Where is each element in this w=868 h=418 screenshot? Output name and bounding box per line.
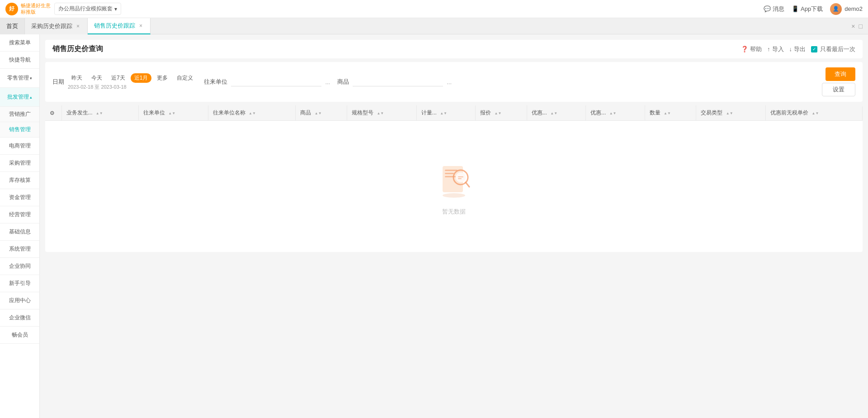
sidebar-item-operations[interactable]: 经营管理 — [0, 206, 39, 223]
logo-text: 畅捷通好生意 标推版 — [21, 3, 51, 14]
product-label: 商品 — [337, 78, 349, 86]
date-pill-custom[interactable]: 自定义 — [173, 73, 197, 83]
product-dots[interactable]: ... — [447, 79, 452, 86]
query-button[interactable]: 查询 — [826, 67, 855, 81]
table-col-quantity[interactable]: 数量 ▲▼ — [645, 105, 696, 121]
counterpart-dots[interactable]: ... — [325, 79, 330, 86]
page-title-bar: 销售历史价查询 ❓ 帮助 ↑ 导入 ↓ 导出 ✓ 只看最后一次 — [45, 40, 863, 58]
sidebar-item-system[interactable]: 系统管理 — [0, 241, 39, 258]
export-action[interactable]: ↓ 导出 — [789, 45, 806, 53]
tab-purchase-history-close[interactable]: × — [75, 23, 81, 30]
sort-arrows-trade-type: ▲▼ — [726, 112, 733, 115]
user-area[interactable]: 👤 demo2 — [830, 3, 863, 15]
table-col-counterpart-name[interactable]: 往来单位名称 ▲▼ — [208, 105, 296, 121]
filter-bar: 日期 昨天 今天 近7天 近1月 更多 自定义 2023-02-18 至 202… — [45, 62, 863, 102]
sidebar-item-sales-mgmt[interactable]: 销售管理 — [0, 122, 39, 138]
tab-close-all-icon[interactable]: × — [851, 23, 855, 30]
table-col-gear[interactable]: ⚙ — [45, 105, 61, 121]
top-header: 好 畅捷通好生意 标推版 办公用品行业模拟账套 ▾ 💬 消息 📱 App下载 👤… — [0, 0, 868, 18]
svg-rect-9 — [458, 178, 462, 179]
tab-bar-actions: × □ — [851, 23, 868, 30]
date-pill-today[interactable]: 今天 — [88, 73, 106, 83]
header-left: 好 畅捷通好生意 标推版 办公用品行业模拟账套 ▾ — [5, 3, 121, 15]
date-pill-last1month[interactable]: 近1月 — [131, 73, 152, 83]
download-icon: 📱 — [792, 5, 799, 12]
table-col-unit[interactable]: 计量... ▲▼ — [416, 105, 475, 121]
svg-rect-2 — [445, 170, 458, 171]
main-layout: 搜索菜单 快捷导航 零售管理 ▾ 批发管理 ▴ 营销推广 销售管理 电商管理 采… — [0, 34, 868, 418]
table-col-quote[interactable]: 报价 ▲▼ — [476, 105, 527, 121]
sidebar-item-wholesale-mgmt[interactable]: 批发管理 ▴ — [0, 88, 39, 107]
message-action[interactable]: 💬 消息 — [764, 5, 784, 13]
table-col-business-date[interactable]: 业务发生... ▲▼ — [61, 105, 138, 121]
sort-arrows-quote: ▲▼ — [495, 112, 502, 115]
counterpart-input[interactable] — [231, 77, 321, 86]
sidebar-item-member[interactable]: 畅会员 — [0, 327, 39, 344]
tab-sales-history-close[interactable]: × — [138, 22, 144, 29]
app-download-action[interactable]: 📱 App下载 — [792, 5, 823, 13]
message-icon: 💬 — [764, 5, 771, 12]
sidebar-item-basic-info[interactable]: 基础信息 — [0, 223, 39, 241]
sidebar-item-finance[interactable]: 资金管理 — [0, 189, 39, 206]
date-pill-yesterday[interactable]: 昨天 — [68, 73, 86, 83]
svg-point-0 — [443, 193, 465, 198]
tab-purchase-history[interactable]: 采购历史价跟踪 × — [25, 18, 88, 34]
svg-line-7 — [466, 182, 469, 187]
sidebar-item-beginner[interactable]: 新手引导 — [0, 275, 39, 292]
workspace-selector[interactable]: 办公用品行业模拟账套 ▾ — [54, 3, 121, 15]
help-action[interactable]: ❓ 帮助 — [741, 45, 762, 53]
sidebar-item-purchase[interactable]: 采购管理 — [0, 155, 39, 172]
table-header-row: ⚙ 业务发生... ▲▼ 往来单位 ▲▼ 往来单位名称 ▲▼ — [45, 105, 863, 121]
sort-arrows-counterpart: ▲▼ — [168, 112, 175, 115]
help-icon: ❓ — [741, 46, 748, 52]
only-last-checkbox[interactable]: ✓ — [811, 46, 817, 52]
chevron-down-icon: ▾ — [114, 6, 117, 12]
sidebar-item-enterprise-wechat[interactable]: 企业微信 — [0, 309, 39, 327]
empty-state-row: 暂无数据 — [45, 121, 863, 252]
sidebar-item-search-menu[interactable]: 搜索菜单 — [0, 34, 39, 52]
sort-arrows-counterpart-name: ▲▼ — [249, 112, 256, 115]
only-last-checkbox-area[interactable]: ✓ 只看最后一次 — [811, 45, 855, 53]
date-range-text: 2023-02-18 至 2023-03-18 — [68, 84, 197, 90]
sort-arrows-discount1: ▲▼ — [550, 112, 557, 115]
tab-home[interactable]: 首页 — [0, 18, 25, 34]
sort-arrows-discount2: ▲▼ — [609, 112, 617, 115]
sidebar-item-quick-nav[interactable]: 快捷导航 — [0, 52, 39, 69]
logo-area: 好 畅捷通好生意 标推版 — [5, 3, 51, 15]
table-col-counterpart[interactable]: 往来单位 ▲▼ — [138, 105, 208, 121]
table-col-discount2[interactable]: 优惠... ▲▼ — [586, 105, 645, 121]
sidebar-item-inventory[interactable]: 库存核算 — [0, 172, 39, 189]
empty-icon — [431, 157, 476, 202]
sidebar-item-marketing[interactable]: 营销推广 — [0, 107, 39, 122]
table-col-spec[interactable]: 规格型号 ▲▼ — [347, 105, 417, 121]
table-col-pretax-price[interactable]: 优惠前无税单价 ▲▼ — [766, 105, 863, 121]
sidebar-item-ecommerce[interactable]: 电商管理 — [0, 138, 39, 155]
settings-button[interactable]: 设置 — [822, 83, 855, 96]
date-pill-more[interactable]: 更多 — [153, 73, 171, 83]
page-actions: ❓ 帮助 ↑ 导入 ↓ 导出 ✓ 只看最后一次 — [741, 45, 855, 53]
sort-arrows-spec: ▲▼ — [377, 112, 384, 115]
tab-bar: 首页 采购历史价跟踪 × 销售历史价跟踪 × × □ — [0, 18, 868, 34]
sidebar-item-enterprise[interactable]: 企业协同 — [0, 258, 39, 275]
table-col-product[interactable]: 商品 ▲▼ — [296, 105, 347, 121]
header-right: 💬 消息 📱 App下载 👤 demo2 — [764, 3, 863, 15]
import-icon: ↑ — [767, 46, 770, 52]
empty-text: 暂无数据 — [442, 208, 466, 216]
sort-arrows-business-date: ▲▼ — [96, 112, 103, 115]
sidebar-item-retail-mgmt[interactable]: 零售管理 ▾ — [0, 69, 39, 88]
table-col-trade-type[interactable]: 交易类型 ▲▼ — [696, 105, 766, 121]
date-pill-last7days[interactable]: 近7天 — [108, 73, 129, 83]
chevron-up-icon: ▴ — [30, 95, 32, 100]
date-filter-group: 日期 昨天 今天 近7天 近1月 更多 自定义 2023-02-18 至 202… — [52, 73, 197, 90]
date-label: 日期 — [52, 78, 64, 86]
sort-arrows-quantity: ▲▼ — [664, 112, 671, 115]
avatar: 👤 — [830, 3, 842, 15]
sort-arrows-product: ▲▼ — [315, 112, 322, 115]
tab-sales-history[interactable]: 销售历史价跟踪 × — [88, 18, 151, 34]
chevron-down-icon: ▾ — [30, 76, 32, 81]
product-input[interactable] — [353, 77, 443, 86]
import-action[interactable]: ↑ 导入 — [767, 45, 784, 53]
table-col-discount1[interactable]: 优惠... ▲▼ — [527, 105, 585, 121]
sidebar-item-app-center[interactable]: 应用中心 — [0, 292, 39, 309]
tab-maximize-icon[interactable]: □ — [859, 23, 863, 30]
